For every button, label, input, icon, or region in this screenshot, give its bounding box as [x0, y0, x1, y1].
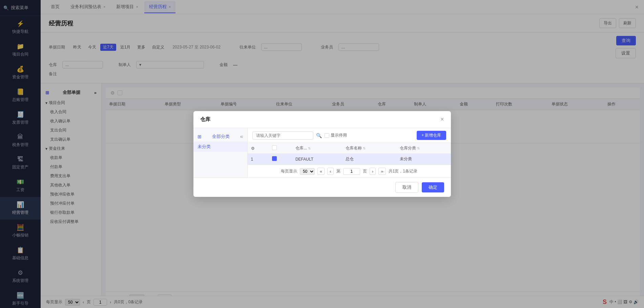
modal-last-page[interactable]: » [378, 168, 386, 175]
modal-overlay: 仓库 × ⊞ 全部分类 « 未分类 🔍 [0, 0, 644, 308]
modal-prev-page[interactable]: ‹ [327, 168, 333, 175]
gear-icon[interactable]: ⚙ [251, 146, 255, 151]
sort-icon-category[interactable]: ⇅ [417, 146, 420, 150]
modal-title: 仓库 [200, 116, 210, 123]
modal-left-title: 全部分类 [212, 134, 230, 140]
modal-first-page[interactable]: « [317, 168, 325, 175]
row-index: 1 [248, 154, 269, 165]
modal-page-input[interactable] [343, 168, 360, 175]
row-name: 总仓 [342, 154, 396, 165]
modal-total-label: 共1页，1条记录 [389, 168, 417, 174]
modal-right-panel: 🔍 显示停用 + 新增仓库 ⚙ [248, 128, 451, 178]
sort-icon-name[interactable]: ⇅ [363, 146, 366, 150]
col-checkbox [269, 143, 292, 154]
show-disabled-text: 显示停用 [331, 132, 347, 138]
show-disabled-checkbox[interactable] [325, 133, 329, 138]
modal-search-input[interactable] [252, 131, 313, 140]
row-category: 未分类 [396, 154, 451, 165]
modal-page-label: 第 [336, 168, 340, 174]
modal-left-item-未分类[interactable]: 未分类 [193, 142, 247, 152]
modal-table: ⚙ 仓库... ⇅ 仓库名称 ⇅ 仓库分类 ⇅ 1 DEFAULT 总仓 未分类 [248, 143, 451, 165]
modal-left-collapse-button[interactable]: « [240, 134, 243, 140]
col-name: 仓库名称 ⇅ [342, 143, 396, 154]
confirm-button[interactable]: 确定 [422, 182, 444, 192]
modal-close-button[interactable]: × [440, 116, 444, 123]
modal-per-page-select[interactable]: 50 [300, 168, 315, 175]
row-select-checkbox[interactable] [272, 156, 277, 161]
row-code: DEFAULT [292, 154, 342, 165]
modal-toolbar: 🔍 显示停用 + 新增仓库 [248, 128, 451, 143]
modal-next-page[interactable]: › [370, 168, 376, 175]
col-gear: ⚙ [248, 143, 269, 154]
col-category: 仓库分类 ⇅ [396, 143, 451, 154]
modal-left-panel: ⊞ 全部分类 « 未分类 [193, 128, 248, 178]
modal-per-page-label: 每页显示 [281, 168, 297, 174]
row-checkbox[interactable] [269, 154, 292, 165]
table-row[interactable]: 1 DEFAULT 总仓 未分类 [248, 154, 451, 165]
modal-body: ⊞ 全部分类 « 未分类 🔍 显示停用 [193, 128, 451, 178]
sort-icon-code[interactable]: ⇅ [308, 146, 311, 150]
modal-left-header: ⊞ 全部分类 « [193, 131, 247, 142]
modal-footer: 取消 确定 [193, 178, 451, 197]
modal-header: 仓库 × [193, 111, 451, 128]
warehouse-modal: 仓库 × ⊞ 全部分类 « 未分类 🔍 [193, 111, 451, 197]
table-select-all[interactable] [272, 145, 277, 150]
modal-page-suffix: 页 [363, 168, 367, 174]
add-warehouse-button[interactable]: + 新增仓库 [417, 131, 446, 140]
show-disabled-label[interactable]: 显示停用 [325, 132, 347, 138]
search-icon[interactable]: 🔍 [316, 133, 322, 138]
modal-search-area: 🔍 显示停用 [252, 131, 347, 140]
modal-pagination: 每页显示 50 « ‹ 第 页 › » 共1页，1条记录 [248, 165, 451, 178]
col-code: 仓库... ⇅ [292, 143, 342, 154]
modal-table-wrap: ⚙ 仓库... ⇅ 仓库名称 ⇅ 仓库分类 ⇅ 1 DEFAULT 总仓 未分类 [248, 143, 451, 165]
modal-grid-icon: ⊞ [198, 134, 202, 139]
cancel-button[interactable]: 取消 [395, 182, 418, 193]
